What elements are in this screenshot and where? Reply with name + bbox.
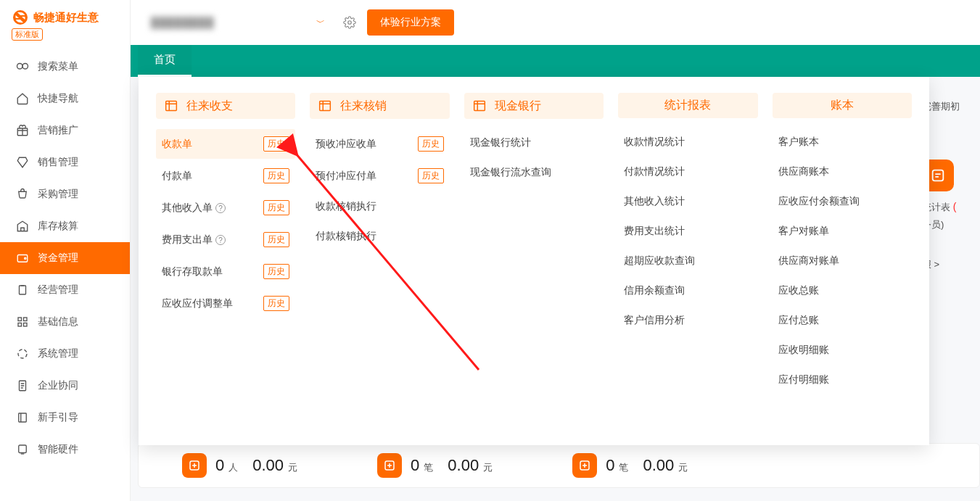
svg-rect-19	[166, 102, 177, 111]
section-icon	[163, 98, 179, 114]
sidebar-item-label: 库存核算	[38, 220, 78, 233]
svg-rect-13	[19, 445, 27, 453]
sidebar-item-5[interactable]: 库存核算	[0, 210, 130, 242]
mega-item-label: 预付冲应付单	[316, 170, 376, 183]
mega-item[interactable]: 付款核销执行	[310, 223, 449, 250]
warehouse-icon	[16, 220, 29, 233]
sidebar-item-9[interactable]: 系统管理	[0, 338, 130, 370]
loader-icon	[16, 347, 29, 360]
mega-item[interactable]: 超期应收款查询	[618, 247, 757, 275]
mega-item[interactable]: 供应商对账单	[773, 247, 912, 275]
clipboard-icon	[16, 283, 29, 297]
mega-item[interactable]: 客户对账单	[773, 218, 912, 245]
history-button[interactable]: 历史	[263, 232, 289, 247]
mega-item-label: 客户信用分析	[624, 314, 685, 327]
mega-menu: 往来收支收款单历史付款单历史其他收入单?历史费用支出单?历史银行存取款单历史应收…	[139, 77, 929, 445]
sidebar-item-label: 资金管理	[38, 252, 78, 265]
mega-item-label: 银行存取款单	[162, 265, 223, 278]
sidebar-item-1[interactable]: 快捷导航	[0, 83, 130, 115]
history-button[interactable]: 历史	[263, 200, 289, 215]
mega-item[interactable]: 应付明细账	[773, 366, 912, 394]
mega-item-label: 应收应付余额查询	[778, 195, 860, 208]
org-dropdown[interactable]: ████████ ﹀	[144, 12, 332, 33]
mega-item[interactable]: 预收冲应收单历史	[310, 129, 449, 159]
stat-icon	[377, 453, 402, 478]
sidebar-item-label: 快捷导航	[38, 92, 78, 105]
sidebar-item-6[interactable]: 资金管理	[0, 242, 130, 274]
mega-item[interactable]: 银行存取款单历史	[156, 257, 295, 286]
history-button[interactable]: 历史	[263, 296, 289, 311]
mega-col-0: 往来收支收款单历史付款单历史其他收入单?历史费用支出单?历史银行存取款单历史应收…	[156, 93, 295, 429]
mega-item[interactable]: 付款情况统计	[618, 158, 757, 186]
sidebar-item-10[interactable]: 企业协同	[0, 370, 130, 402]
gear-icon[interactable]	[339, 12, 360, 33]
mega-item[interactable]: 预付冲应付单历史	[310, 161, 449, 191]
mega-item[interactable]: 应收应付余额查询	[773, 188, 912, 215]
mega-item-label: 费用支出单?	[162, 233, 226, 247]
svg-point-4	[25, 257, 26, 259]
sidebar-item-4[interactable]: 采购管理	[0, 178, 130, 210]
sidebar-nav: 搜索菜单快捷导航营销推广销售管理采购管理库存核算资金管理经营管理基础信息系统管理…	[0, 46, 130, 465]
mega-item[interactable]: 付款单历史	[156, 161, 295, 191]
section-icon	[317, 98, 333, 114]
sidebar-item-0[interactable]: 搜索菜单	[0, 51, 130, 83]
mega-item[interactable]: 应收总账	[773, 277, 912, 305]
mega-col-header: 往来收支	[156, 93, 295, 119]
help-icon[interactable]: ?	[215, 235, 226, 245]
mega-item-label: 应付总账	[778, 314, 819, 327]
org-name-masked: ████████	[151, 17, 214, 28]
mega-item[interactable]: 费用支出统计	[618, 218, 757, 245]
mega-item[interactable]: 收款核销执行	[310, 193, 449, 220]
mega-item[interactable]: 现金银行统计	[464, 129, 604, 157]
tab-home[interactable]: 首页	[138, 45, 192, 77]
mega-item-label: 应付明细账	[778, 373, 829, 386]
mega-item[interactable]: 应付总账	[773, 307, 912, 334]
svg-point-0	[17, 64, 23, 70]
history-button[interactable]: 历史	[418, 136, 444, 152]
chevron-down-icon: ﹀	[316, 17, 325, 29]
sidebar-item-3[interactable]: 销售管理	[0, 146, 130, 178]
mega-item-label: 客户对账单	[778, 225, 829, 238]
help-icon[interactable]: ?	[215, 203, 226, 213]
history-button[interactable]: 历史	[418, 168, 444, 183]
mega-item[interactable]: 应收明细账	[773, 336, 912, 364]
brand-logo-icon	[12, 9, 29, 26]
mega-item[interactable]: 客户账本	[773, 128, 912, 156]
brand-block: 畅捷通好生意 标准版	[0, 0, 130, 46]
diamond-icon	[16, 156, 29, 169]
mega-item[interactable]: 信用余额查询	[618, 277, 757, 305]
mega-item[interactable]: 客户信用分析	[618, 307, 757, 334]
gift-icon	[16, 124, 29, 137]
sidebar-item-8[interactable]: 基础信息	[0, 306, 130, 338]
mega-item-label: 信用余额查询	[624, 284, 685, 297]
tab-bar: 首页	[131, 45, 980, 77]
sidebar: 畅捷通好生意 标准版 搜索菜单快捷导航营销推广销售管理采购管理库存核算资金管理经…	[0, 0, 131, 501]
sidebar-item-label: 系统管理	[38, 347, 78, 360]
mega-col-header: 现金银行	[464, 93, 604, 119]
mega-item[interactable]: 供应商账本	[773, 158, 912, 186]
mega-item[interactable]: 收款情况统计	[618, 128, 757, 156]
brand-edition: 标准版	[12, 28, 43, 41]
history-button[interactable]: 历史	[263, 264, 289, 279]
sidebar-item-11[interactable]: 新手引导	[0, 402, 130, 434]
wallet-icon	[16, 252, 29, 265]
mega-item[interactable]: 应收应付调整单历史	[156, 289, 295, 318]
svg-point-14	[348, 21, 352, 25]
stat-icon	[182, 453, 207, 478]
sidebar-item-label: 经营管理	[38, 283, 78, 297]
device-icon	[16, 443, 29, 456]
experience-plan-button[interactable]: 体验行业方案	[367, 9, 454, 36]
sidebar-item-7[interactable]: 经营管理	[0, 274, 130, 306]
mega-item[interactable]: 其他收入单?历史	[156, 193, 295, 223]
doc-icon	[16, 379, 29, 392]
mega-item-label: 收款情况统计	[624, 136, 685, 149]
sidebar-item-2[interactable]: 营销推广	[0, 115, 130, 146]
mega-item[interactable]: 收款单历史	[156, 129, 295, 159]
sidebar-item-12[interactable]: 智能硬件	[0, 434, 130, 465]
history-button[interactable]: 历史	[263, 136, 289, 152]
mega-item[interactable]: 费用支出单?历史	[156, 225, 295, 254]
history-button[interactable]: 历史	[263, 168, 289, 183]
mega-item[interactable]: 其他收入统计	[618, 188, 757, 215]
mega-item[interactable]: 现金银行流水查询	[464, 159, 604, 186]
sidebar-item-label: 新手引导	[38, 411, 78, 424]
